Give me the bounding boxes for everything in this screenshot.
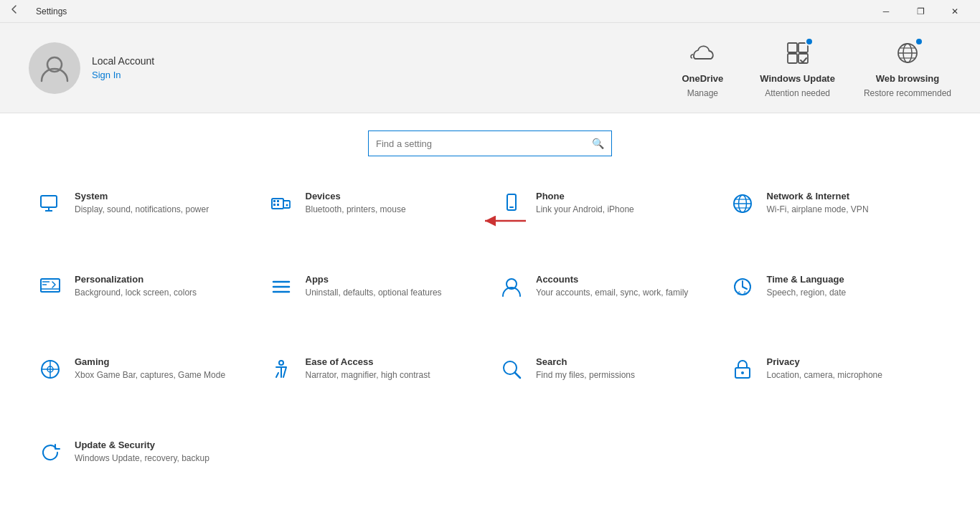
personalization-text: Personalization Background, lock screen,… xyxy=(75,274,197,299)
update-desc: Windows Update, recovery, backup xyxy=(75,452,209,465)
update-title: Update & Security xyxy=(75,440,209,450)
phone-title: Phone xyxy=(536,191,634,201)
privacy-desc: Location, camera, microphone xyxy=(767,369,882,381)
network-title: Network & Internet xyxy=(767,191,869,201)
svg-text:A: A xyxy=(738,290,741,295)
window-controls: ─ ❐ ✕ xyxy=(870,0,971,23)
system-text: System Display, sound, notifications, po… xyxy=(75,191,209,216)
settings-grid: System Display, sound, notifications, po… xyxy=(0,168,980,522)
system-title: System xyxy=(75,191,209,201)
devices-desc: Bluetooth, printers, mouse xyxy=(306,204,406,216)
system-desc: Display, sound, notifications, power xyxy=(75,204,209,216)
time-text: Time & Language Speech, region, date xyxy=(767,274,847,299)
setting-item-network[interactable]: Network & Internet Wi-Fi, airplane mode,… xyxy=(721,179,952,262)
search-icon: 🔍 xyxy=(592,138,604,149)
setting-item-search[interactable]: Search Find my files, permissions xyxy=(490,345,721,428)
quick-action-web-browsing[interactable]: Web browsing Restore recommended xyxy=(864,37,951,98)
personalization-desc: Background, lock screen, colors xyxy=(75,287,197,299)
setting-item-personalization[interactable]: Personalization Background, lock screen,… xyxy=(29,262,260,346)
setting-item-gaming[interactable]: Gaming Xbox Game Bar, captures, Game Mod… xyxy=(29,345,260,428)
accounts-icon xyxy=(499,274,524,300)
search-setting-icon xyxy=(499,356,524,382)
onedrive-label: OneDrive xyxy=(682,73,723,84)
update-icon xyxy=(37,440,63,465)
devices-text: Devices Bluetooth, printers, mouse xyxy=(306,191,406,216)
setting-item-ease[interactable]: Ease of Access Narrator, magnifier, high… xyxy=(260,345,491,428)
apps-icon xyxy=(268,274,294,300)
setting-item-phone[interactable]: Phone Link your Android, iPhone xyxy=(490,179,721,262)
search-input[interactable] xyxy=(376,138,592,149)
avatar-icon xyxy=(37,51,72,85)
phone-desc: Link your Android, iPhone xyxy=(536,204,634,216)
time-icon: A A xyxy=(730,274,755,300)
apps-title: Apps xyxy=(306,274,442,285)
back-button[interactable] xyxy=(9,4,20,19)
phone-icon xyxy=(499,191,524,217)
privacy-title: Privacy xyxy=(767,356,882,367)
gaming-icon xyxy=(37,356,63,382)
personalization-icon xyxy=(37,274,63,300)
personalization-title: Personalization xyxy=(75,274,197,285)
network-icon xyxy=(730,191,755,217)
setting-item-devices[interactable]: Devices Bluetooth, printers, mouse xyxy=(260,179,491,262)
setting-item-privacy[interactable]: Privacy Location, camera, microphone xyxy=(721,345,952,428)
header-section: Local Account Sign In OneDrive Manage xyxy=(0,23,980,113)
accounts-title: Accounts xyxy=(536,274,688,285)
privacy-icon xyxy=(730,356,755,382)
setting-item-time[interactable]: A A Time & Language Speech, region, date xyxy=(721,262,952,346)
minimize-button[interactable]: ─ xyxy=(870,0,903,23)
gaming-text: Gaming Xbox Game Bar, captures, Game Mod… xyxy=(75,356,225,381)
maximize-button[interactable]: ❐ xyxy=(904,0,937,23)
user-name: Local Account xyxy=(92,55,154,67)
phone-text: Phone Link your Android, iPhone xyxy=(536,191,634,216)
search-box: 🔍 xyxy=(368,130,612,156)
close-button[interactable]: ✕ xyxy=(938,0,971,23)
gaming-desc: Xbox Game Bar, captures, Game Mode xyxy=(75,369,225,381)
svg-point-44 xyxy=(279,361,283,365)
user-section: Local Account Sign In xyxy=(29,42,674,94)
svg-point-18 xyxy=(286,204,288,207)
network-text: Network & Internet Wi-Fi, airplane mode,… xyxy=(767,191,869,216)
windows-update-badge xyxy=(805,37,814,46)
quick-actions: OneDrive Manage Windows Update Attenti xyxy=(674,37,951,98)
setting-item-update[interactable]: Update & Security Windows Update, recove… xyxy=(29,428,260,511)
sign-in-link[interactable]: Sign In xyxy=(92,70,154,80)
svg-rect-16 xyxy=(273,204,275,206)
devices-title: Devices xyxy=(306,191,406,201)
web-browsing-icon xyxy=(892,37,923,69)
windows-update-icon xyxy=(782,37,814,69)
svg-rect-14 xyxy=(273,200,275,202)
setting-item-accounts[interactable]: Accounts Your accounts, email, sync, wor… xyxy=(490,262,721,346)
setting-item-apps[interactable]: Apps Uninstall, defaults, optional featu… xyxy=(260,262,491,346)
web-browsing-label: Web browsing xyxy=(876,73,940,84)
user-info: Local Account Sign In xyxy=(92,55,154,80)
title-bar: Settings ─ ❐ ✕ xyxy=(0,0,980,23)
web-browsing-sublabel: Restore recommended xyxy=(864,88,951,98)
privacy-text: Privacy Location, camera, microphone xyxy=(767,356,882,381)
windows-update-sublabel: Attention needed xyxy=(765,88,830,98)
onedrive-icon xyxy=(687,37,718,69)
search-section: 🔍 xyxy=(0,113,980,168)
svg-line-37 xyxy=(743,287,747,289)
search-setting-title: Search xyxy=(536,356,635,367)
svg-rect-15 xyxy=(277,200,279,202)
svg-rect-10 xyxy=(41,196,57,207)
quick-action-onedrive[interactable]: OneDrive Manage xyxy=(674,37,731,98)
svg-line-46 xyxy=(515,373,521,379)
setting-item-system[interactable]: System Display, sound, notifications, po… xyxy=(29,179,260,262)
apps-text: Apps Uninstall, defaults, optional featu… xyxy=(306,274,442,299)
web-browsing-badge xyxy=(915,37,923,46)
svg-point-48 xyxy=(741,371,744,374)
search-setting-text: Search Find my files, permissions xyxy=(536,356,635,381)
network-desc: Wi-Fi, airplane mode, VPN xyxy=(767,204,869,216)
quick-action-windows-update[interactable]: Windows Update Attention needed xyxy=(760,37,835,98)
svg-text:A: A xyxy=(743,290,747,295)
windows-update-label: Windows Update xyxy=(760,73,835,84)
apps-desc: Uninstall, defaults, optional features xyxy=(306,287,442,299)
devices-icon xyxy=(268,191,294,217)
window-title: Settings xyxy=(36,6,67,16)
avatar xyxy=(29,42,80,94)
system-icon xyxy=(37,191,63,217)
svg-rect-28 xyxy=(41,279,60,292)
svg-rect-3 xyxy=(788,54,797,63)
